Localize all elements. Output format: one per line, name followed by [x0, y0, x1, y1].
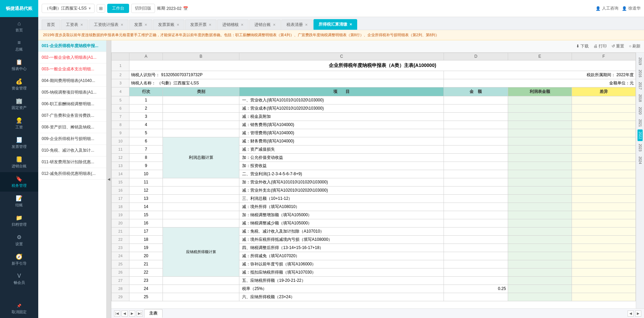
cell-input[interactable]	[574, 180, 634, 185]
cell-input[interactable]	[510, 106, 570, 111]
year-item-2024[interactable]: 2024	[638, 154, 643, 166]
sheet-nav-first[interactable]: |◀	[114, 310, 120, 317]
cell-input[interactable]	[446, 212, 506, 218]
sidebar-item-settings[interactable]: ⚙ 设置	[0, 231, 38, 250]
cell-input[interactable]	[574, 188, 634, 193]
cell-input[interactable]	[510, 286, 570, 291]
cell-input[interactable]	[446, 155, 506, 160]
cell-input[interactable]	[574, 212, 634, 218]
sidebar-unpin-button[interactable]: 📌 取消固定	[0, 300, 38, 318]
panel-collapse-button[interactable]: ◀	[107, 40, 111, 318]
tab-sales-audit[interactable]: 进销稽核✕	[217, 19, 249, 30]
year-item-2017[interactable]: 2017	[638, 80, 643, 92]
close-icon[interactable]: ✕	[80, 23, 83, 27]
cell-input[interactable]	[574, 106, 634, 111]
cell-input[interactable]	[446, 262, 506, 267]
sidebar-item-ledger[interactable]: ≡ 总账	[0, 36, 38, 55]
sidebar-item-tax[interactable]: 🔖 税务管理	[0, 172, 38, 192]
tab-invoice[interactable]: 发票✕	[129, 19, 152, 30]
year-item-2016[interactable]: 2016	[638, 68, 643, 79]
cell-input[interactable]	[446, 122, 506, 127]
cell-input[interactable]	[574, 114, 634, 119]
cell-input[interactable]	[510, 180, 570, 185]
form-item-011[interactable]: 011-研发费用加计扣除优惠...	[38, 156, 106, 168]
cell-input[interactable]	[574, 278, 634, 283]
cell-input[interactable]	[446, 130, 506, 136]
cell-input[interactable]	[574, 98, 634, 103]
cell-input[interactable]	[510, 196, 570, 201]
close-icon[interactable]: ✕	[349, 23, 352, 26]
year-item-2021[interactable]: 2021	[638, 117, 643, 129]
cell-input[interactable]	[510, 237, 570, 242]
download-button[interactable]: ⬇ 下载	[576, 43, 589, 49]
cell-input[interactable]	[510, 262, 570, 267]
cell-input[interactable]	[574, 122, 634, 127]
refresh-button[interactable]: ○ 刷新	[629, 43, 641, 49]
tab-tax-clear[interactable]: 税表清册✕	[281, 19, 313, 30]
cell-input[interactable]	[510, 130, 570, 136]
cell-input[interactable]	[446, 106, 506, 111]
calendar-icon[interactable]: 📅	[183, 6, 188, 11]
tab-home[interactable]: 首页	[42, 19, 60, 30]
cell-input[interactable]	[510, 229, 570, 234]
cell-input[interactable]	[510, 221, 570, 226]
cell-input[interactable]	[446, 237, 506, 242]
cell-input[interactable]	[446, 196, 506, 201]
cell-input[interactable]	[574, 130, 634, 136]
cell-input[interactable]	[510, 188, 570, 193]
reset-button[interactable]: ↺ 重置	[612, 43, 624, 49]
cell-input[interactable]	[446, 270, 506, 275]
cell-input[interactable]	[574, 196, 634, 201]
cell-input[interactable]	[574, 229, 634, 234]
close-icon[interactable]: ✕	[273, 23, 276, 27]
year-item-2023[interactable]: 2023	[638, 142, 643, 153]
cell-input[interactable]	[446, 171, 506, 177]
sheet-nav-prev[interactable]: ◀	[122, 310, 128, 317]
cell-input[interactable]	[446, 163, 506, 168]
close-icon[interactable]: ✕	[209, 23, 211, 27]
form-item-002[interactable]: 002-一般企业收入明细表(A1...	[38, 52, 106, 64]
cell-input[interactable]	[574, 245, 634, 250]
copy-icon-button[interactable]: ⊞	[97, 4, 105, 13]
cell-input[interactable]	[446, 204, 506, 209]
cell-input[interactable]	[510, 245, 570, 250]
year-item-2019[interactable]: 2019	[638, 55, 643, 67]
sidebar-item-funds[interactable]: 💰 资金管理	[0, 75, 38, 94]
ai-consult-button[interactable]: 👤 人工咨询	[596, 5, 618, 11]
scroll-left-btn[interactable]: ◀	[628, 310, 634, 317]
form-item-006[interactable]: 006-职工薪酬纳税调整明细...	[38, 98, 106, 110]
close-icon[interactable]: ✕	[144, 23, 147, 27]
form-item-009[interactable]: 009-企业所得税补亏损明细...	[38, 133, 106, 145]
year-item-2022[interactable]: 2022	[638, 129, 643, 141]
sidebar-item-home[interactable]: ⌂ 首页	[0, 17, 38, 36]
company-selector[interactable]: （勾删）江西服宝-LSS ▼	[42, 4, 95, 13]
sidebar-item-invoice[interactable]: 🧾 发票管理	[0, 133, 38, 153]
cell-input[interactable]	[510, 114, 570, 119]
close-icon[interactable]: ✕	[121, 23, 123, 27]
cell-input[interactable]	[574, 262, 634, 267]
cell-input[interactable]	[574, 204, 634, 209]
cell-input[interactable]	[510, 122, 570, 127]
form-item-003[interactable]: 003-一般企业成本支出明细...	[38, 64, 106, 75]
form-item-005[interactable]: 005-纳税调整项目明细表(A1...	[38, 87, 106, 98]
tab-invoice-open[interactable]: 发票开票✕	[185, 19, 216, 30]
year-item-2020[interactable]: 2020	[638, 105, 643, 116]
cell-input[interactable]	[574, 147, 634, 152]
cell-input[interactable]	[446, 245, 506, 250]
cell-input[interactable]	[510, 204, 570, 209]
workbench-button[interactable]: 工作台	[107, 4, 129, 13]
cell-input[interactable]	[510, 147, 570, 152]
cell-input[interactable]	[574, 294, 634, 300]
cell-input[interactable]	[510, 139, 570, 144]
cell-input[interactable]	[446, 180, 506, 185]
tab-invoice-calc[interactable]: 发票算账✕	[153, 19, 184, 30]
sidebar-item-reports[interactable]: 📋 报表中心	[0, 55, 38, 75]
form-item-007[interactable]: 007-广告费和业务宣传费跌...	[38, 110, 106, 122]
cell-input[interactable]	[510, 294, 570, 300]
cell-input[interactable]	[510, 163, 570, 168]
cell-input[interactable]	[574, 253, 634, 259]
print-button[interactable]: 🖨 打印	[593, 43, 607, 49]
sheet-tab-main[interactable]: 主表	[144, 309, 163, 318]
sidebar-item-assets[interactable]: 🏢 固定资产	[0, 94, 38, 114]
sheet-nav-next[interactable]: ▶	[129, 310, 135, 317]
